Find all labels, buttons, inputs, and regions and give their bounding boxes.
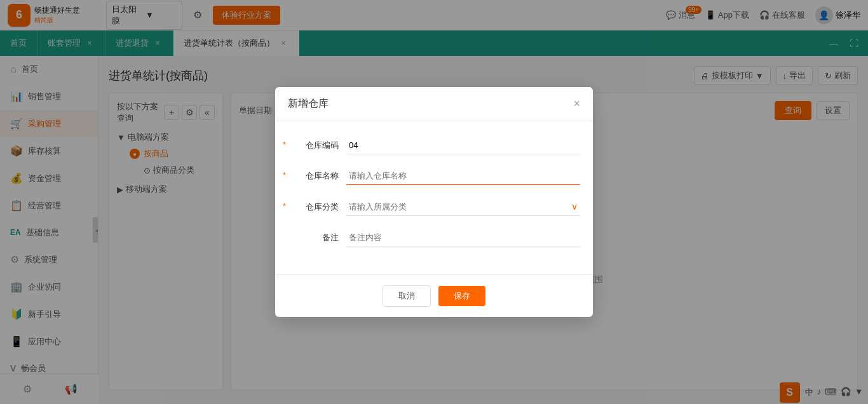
warehouse-name-label: 仓库名称 xyxy=(288,170,339,182)
warehouse-name-row: 仓库名称 xyxy=(288,167,580,185)
warehouse-category-row: 仓库分类 ∨ xyxy=(288,198,580,216)
warehouse-category-label: 仓库分类 xyxy=(288,201,339,213)
category-dropdown-icon: ∨ xyxy=(571,201,578,212)
warehouse-code-label: 仓库编码 xyxy=(288,140,339,151)
modal-close-icon[interactable]: × xyxy=(573,97,580,111)
modal-body: 仓库编码 仓库名称 仓库分类 ∨ 备注 xyxy=(275,121,593,274)
warehouse-note-label: 备注 xyxy=(288,232,339,243)
add-warehouse-modal: 新增仓库 × 仓库编码 仓库名称 仓库分类 ∨ 备注 取消 保存 xyxy=(275,87,593,317)
modal-header: 新增仓库 × xyxy=(275,87,593,121)
warehouse-note-row: 备注 xyxy=(288,229,580,246)
warehouse-category-select[interactable]: ∨ xyxy=(346,198,580,216)
warehouse-category-input[interactable] xyxy=(349,202,571,212)
modal-footer: 取消 保存 xyxy=(275,274,593,317)
warehouse-code-input[interactable] xyxy=(346,137,580,154)
modal-title: 新增仓库 xyxy=(288,97,329,111)
save-button[interactable]: 保存 xyxy=(438,286,485,306)
cancel-button[interactable]: 取消 xyxy=(383,285,431,307)
warehouse-code-row: 仓库编码 xyxy=(288,137,580,154)
warehouse-name-input[interactable] xyxy=(346,167,580,185)
warehouse-note-input[interactable] xyxy=(346,229,580,246)
